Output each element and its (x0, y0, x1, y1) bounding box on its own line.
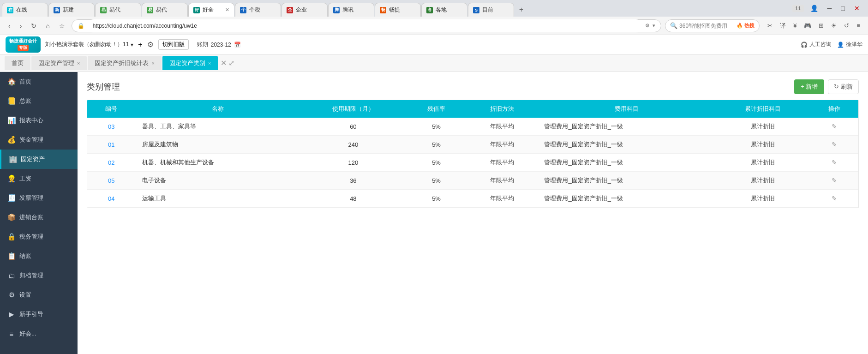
close-window-btn[interactable]: ✕ (851, 4, 862, 13)
row-edit[interactable]: ✎ (810, 136, 858, 154)
row-edit[interactable]: ✎ (810, 172, 858, 190)
sidebar-item-ledger[interactable]: 📒总账 (0, 91, 78, 111)
settings-btn[interactable]: ⚙ (147, 40, 154, 49)
sidebar-item-invoice[interactable]: 🧾发票管理 (0, 188, 78, 208)
row-edit[interactable]: ✎ (810, 190, 858, 208)
user-dropdown-icon[interactable]: ▾ (131, 42, 133, 48)
browser-tab-tab11[interactable]: S目前 (468, 3, 514, 17)
browser-tab-tab10[interactable]: 各各地 (421, 3, 467, 17)
add-btn[interactable]: + 新增 (794, 79, 824, 94)
translate-icon[interactable]: 译 (778, 21, 788, 31)
url-input[interactable] (87, 19, 642, 32)
main-content: 类别管理 + 新增 ↻ 刷新 编号名称使用期限（月）残值率折旧方法费用科目累计折… (78, 72, 868, 354)
switch-version-btn[interactable]: 切到旧版 (158, 39, 189, 50)
page-tab-home[interactable]: 首页 (5, 56, 30, 70)
browser-tab-tab2[interactable]: 新新建 (48, 3, 95, 17)
row-name: 机器、机械和其他生产设备 (136, 154, 300, 172)
new-tab-btn[interactable]: + (515, 3, 528, 17)
sidebar-item-reports[interactable]: 📊报表中心 (0, 111, 78, 130)
sidebar-item-settings[interactable]: ⚙设置 (0, 285, 78, 305)
calendar-icon[interactable]: 📅 (234, 42, 241, 48)
sidebar-item-archive[interactable]: 🗂归档管理 (0, 266, 78, 285)
browser-tab-tab6[interactable]: 个个税 (235, 3, 281, 17)
sidebar-item-settlement[interactable]: 📋结账 (0, 246, 78, 266)
profile-icon[interactable]: 👤 (808, 4, 821, 13)
row-edit[interactable]: ✎ (810, 154, 858, 172)
page-tab-fixed-assets-category[interactable]: 固定资产类别× (162, 56, 218, 70)
row-code: 02 (87, 154, 136, 172)
reports-icon: 📊 (7, 116, 16, 125)
user-label: 刘小艳演示套装（勿删勿动！）11 (45, 41, 129, 48)
close-tab-btn[interactable]: ✕ (221, 59, 227, 67)
row-accum: 累计折旧 (715, 190, 810, 208)
archive-icon: 🗂 (7, 272, 16, 280)
row-method: 年限平均 (466, 172, 538, 190)
yuan-icon[interactable]: ¥ (791, 21, 799, 30)
sidebar-item-cash[interactable]: 💰资金管理 (0, 130, 78, 150)
period-info: 账期 2023-12 📅 (197, 41, 241, 48)
row-method: 年限平均 (466, 154, 538, 172)
sun-icon[interactable]: ☀ (829, 21, 839, 30)
sidebar-item-home[interactable]: 🏠首页 (0, 72, 78, 91)
page-tabs: 首页固定资产管理×固定资产折旧统计表×固定资产类别× ✕ ⤢ (0, 54, 868, 72)
edit-icon[interactable]: ✎ (832, 159, 837, 166)
reload-btn[interactable]: ↻ (28, 20, 39, 31)
browser-tab-tab7[interactable]: 企企业 (281, 3, 328, 17)
maximize-btn[interactable]: □ (838, 4, 848, 13)
page-tab-close-icon[interactable]: × (151, 60, 154, 66)
sidebar-item-more[interactable]: ≡好会... (0, 324, 78, 343)
browser-tab-tab1[interactable]: 在在线 (2, 3, 48, 17)
home-btn[interactable]: ⌂ (43, 20, 52, 31)
minimize-btn[interactable]: ─ (825, 4, 835, 13)
service-btn[interactable]: 🎧 人工咨询 (801, 41, 832, 48)
game-icon[interactable]: 🎮 (802, 21, 814, 30)
add-dataset-btn[interactable]: + (138, 41, 142, 49)
site-info-icon[interactable]: ⚙ (645, 23, 650, 29)
edit-icon[interactable]: ✎ (832, 177, 837, 184)
toolbar-right: 🎧 人工咨询 👤 徐泽华 (801, 41, 862, 48)
scissors-icon[interactable]: ✂ (765, 21, 775, 30)
browser-tab-tab4[interactable]: 易易代 (142, 3, 188, 17)
tab-count-badge[interactable]: 11 (792, 5, 803, 12)
page-tab-fixed-assets-mgmt[interactable]: 固定资产管理× (31, 56, 87, 70)
search-input[interactable] (679, 23, 735, 29)
address-bar: ‹ › ↻ ⌂ ☆ 🔒 ⚙ ▾ 🔍 🔥 热搜 ✂ 译 ¥ 🎮 ⊞ ☀ ↺ ≡ (0, 17, 868, 35)
edit-icon[interactable]: ✎ (832, 141, 837, 148)
menu-icon[interactable]: ≡ (854, 21, 862, 30)
sidebar-item-tax[interactable]: 🔒税务管理 (0, 227, 78, 246)
page-tab-label: 首页 (12, 59, 24, 67)
sidebar-item-label: 税务管理 (19, 233, 43, 241)
expand-tab-btn[interactable]: ⤢ (228, 59, 234, 67)
row-edit[interactable]: ✎ (810, 118, 858, 136)
edit-icon[interactable]: ✎ (832, 195, 837, 202)
edit-icon[interactable]: ✎ (832, 123, 837, 130)
refresh-btn[interactable]: ↻ 刷新 (828, 79, 859, 94)
sidebar-item-label: 设置 (19, 291, 31, 299)
forward-btn[interactable]: › (17, 20, 25, 31)
browser-tab-tab9[interactable]: 畅畅提 (375, 3, 421, 17)
content-header: 类别管理 + 新增 ↻ 刷新 (78, 72, 868, 100)
table-col-header: 累计折旧科目 (715, 100, 810, 118)
back-btn[interactable]: ‹ (6, 20, 13, 31)
grid-icon[interactable]: ⊞ (816, 21, 826, 30)
user-avatar-area[interactable]: 👤 徐泽华 (837, 41, 862, 48)
row-residual: 5% (407, 118, 467, 136)
page-tab-depreciation-report[interactable]: 固定资产折旧统计表× (88, 56, 161, 70)
sidebar-item-guide[interactable]: ▶新手引导 (0, 305, 78, 324)
purchase-sales-icon: 📦 (7, 213, 16, 222)
browser-tab-tab3[interactable]: 易易代 (95, 3, 141, 17)
sidebar-item-purchase-sales[interactable]: 📦进销台账 (0, 208, 78, 227)
page-tab-close-icon[interactable]: × (77, 60, 80, 66)
undo-icon[interactable]: ↺ (842, 21, 851, 30)
bookmark-btn[interactable]: ☆ (56, 20, 68, 31)
browser-tab-tab8[interactable]: 腾腾讯 (328, 3, 374, 17)
table-col-header: 折旧方法 (466, 100, 538, 118)
sidebar-item-salary[interactable]: 👷工资 (0, 169, 78, 188)
tab-close-icon[interactable]: ✕ (225, 7, 229, 13)
row-expense: 管理费用_固定资产折旧_一级 (538, 136, 715, 154)
sidebar-item-fixed-assets[interactable]: 🏢固定资产 (0, 150, 78, 169)
dropdown-arrow[interactable]: ▾ (652, 23, 655, 29)
browser-tab-tab5[interactable]: 好好全✕ (188, 3, 234, 17)
row-method: 年限平均 (466, 136, 538, 154)
page-tab-close-icon[interactable]: × (208, 60, 211, 66)
